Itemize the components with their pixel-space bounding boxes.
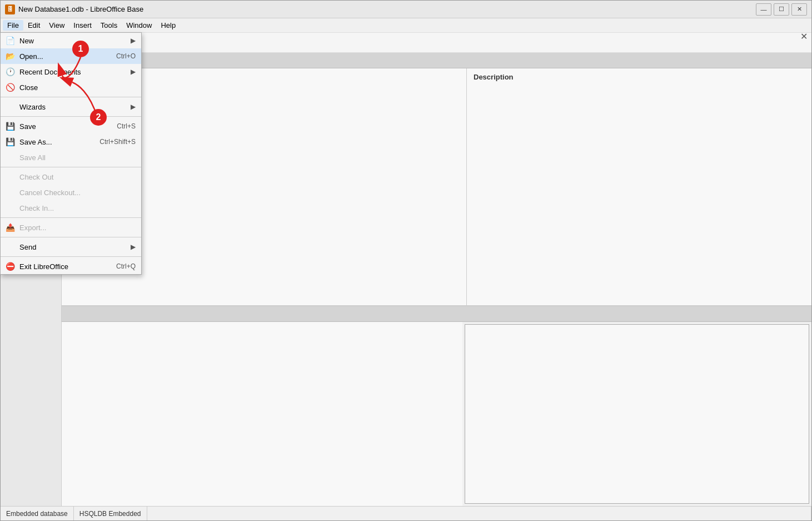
status-embedded-label: Embedded database: [1, 507, 74, 520]
menu-tools[interactable]: Tools: [96, 20, 122, 31]
menu-file[interactable]: File: [3, 20, 23, 31]
send-menu-icon: [4, 241, 16, 253]
open-menu-shortcut: Ctrl+O: [116, 52, 136, 60]
cancelcheckout-menu-label: Cancel Checkout...: [19, 188, 81, 197]
window-title: New Database1.odb - LibreOffice Base: [18, 5, 756, 13]
menu-entry-checkout: Check Out: [1, 169, 141, 185]
title-bar: 🗄 New Database1.odb - LibreOffice Base —…: [1, 1, 811, 18]
saveas-menu-icon: 💾: [4, 136, 16, 148]
close-button[interactable]: ✕: [791, 3, 807, 16]
minimize-button[interactable]: —: [756, 3, 771, 16]
menu-sep3: [1, 167, 141, 167]
export-menu-label: Export...: [19, 224, 46, 232]
saveas-menu-label: Save As...: [19, 138, 52, 146]
recent-menu-label: Recent Documents: [19, 68, 81, 76]
menu-entry-saveas[interactable]: 💾 Save As... Ctrl+Shift+S: [1, 134, 141, 150]
new-menu-arrow: ▶: [131, 37, 136, 44]
exit-menu-label: Exit LibreOffice: [19, 262, 68, 271]
top-content-body: Description: [62, 68, 811, 305]
send-menu-label: Send: [19, 243, 36, 251]
file-dropdown-menu: 📄 New ▶ 📂 Open... Ctrl+O 🕐 Recent Docume…: [0, 32, 142, 275]
new-menu-label: New: [19, 37, 34, 45]
save-menu-shortcut: Ctrl+S: [117, 122, 136, 130]
checkout-menu-icon: [4, 171, 16, 183]
wizards-menu-label: Wizards: [19, 103, 46, 111]
saveall-menu-label: Save All: [19, 153, 46, 162]
saveas-menu-shortcut: Ctrl+Shift+S: [99, 138, 136, 146]
status-hsqldb-label: HSQLDB Embedded: [74, 507, 147, 520]
menu-entry-exit[interactable]: ⛔ Exit LibreOffice Ctrl+Q: [1, 259, 141, 274]
menu-entry-close[interactable]: 🚫 Close: [1, 80, 141, 95]
bottom-section: [62, 306, 811, 506]
save-menu-label: Save: [19, 122, 36, 131]
menu-sep1: [1, 97, 141, 97]
top-content-header: [62, 53, 811, 68]
bottom-header: [62, 306, 811, 322]
status-bar: Embedded database HSQLDB Embedded: [1, 506, 811, 520]
wizards-menu-arrow: ▶: [131, 103, 136, 111]
menu-help[interactable]: Help: [156, 20, 180, 31]
export-menu-icon: 📤: [4, 221, 16, 234]
menu-view[interactable]: View: [44, 20, 69, 31]
send-menu-arrow: ▶: [131, 243, 136, 251]
menu-entry-cancelcheckout: Cancel Checkout...: [1, 185, 141, 200]
open-menu-icon: 📂: [4, 50, 16, 62]
bottom-desc-pane: [465, 324, 809, 504]
exit-menu-icon: ⛔: [4, 260, 16, 272]
menu-entry-checkin: Check In...: [1, 200, 141, 216]
close-menu-label: Close: [19, 83, 38, 92]
menu-sep2: [1, 116, 141, 117]
menu-entry-open[interactable]: 📂 Open... Ctrl+O: [1, 48, 141, 64]
menu-entry-new[interactable]: 📄 New ▶: [1, 33, 141, 48]
menu-entry-saveall: Save All: [1, 150, 141, 165]
maximize-button[interactable]: ☐: [774, 3, 789, 16]
menu-entry-send[interactable]: Send ▶: [1, 239, 141, 255]
open-menu-label: Open...: [19, 52, 43, 61]
description-label: Description: [469, 71, 809, 83]
menu-entry-save[interactable]: 💾 Save Ctrl+S: [1, 118, 141, 134]
checkin-menu-icon: [4, 202, 16, 214]
recent-menu-arrow: ▶: [131, 68, 136, 76]
menu-insert[interactable]: Insert: [69, 20, 96, 31]
bottom-task-pane: [62, 322, 462, 506]
menu-entry-wizards[interactable]: Wizards ▶: [1, 99, 141, 115]
cancelcheckout-menu-icon: [4, 186, 16, 199]
menu-entry-recent[interactable]: 🕐 Recent Documents ▶: [1, 64, 141, 80]
floating-close-x[interactable]: ✕: [800, 31, 808, 42]
content-panel: Description: [62, 53, 811, 506]
menu-edit[interactable]: Edit: [23, 20, 44, 31]
checkout-menu-label: Check Out: [19, 173, 53, 181]
bottom-body: [62, 322, 811, 506]
recent-menu-icon: 🕐: [4, 66, 16, 78]
close-menu-icon: 🚫: [4, 81, 16, 93]
save-menu-icon: 💾: [4, 120, 16, 132]
menu-sep5: [1, 237, 141, 237]
app-icon: 🗄: [5, 4, 15, 14]
saveall-menu-icon: [4, 151, 16, 163]
menu-sep4: [1, 217, 141, 218]
new-menu-icon: 📄: [4, 34, 16, 47]
checkin-menu-label: Check In...: [19, 204, 54, 212]
menu-entry-export: 📤 Export...: [1, 220, 141, 235]
menu-window[interactable]: Window: [122, 20, 156, 31]
wizards-menu-icon: [4, 101, 16, 113]
status-extra: [147, 507, 812, 520]
top-description-pane: Description: [467, 68, 811, 305]
menu-bar: File Edit View Insert Tools Window Help: [1, 18, 811, 33]
window-controls: — ☐ ✕: [756, 3, 807, 16]
menu-sep6: [1, 256, 141, 257]
exit-menu-shortcut: Ctrl+Q: [116, 262, 136, 270]
